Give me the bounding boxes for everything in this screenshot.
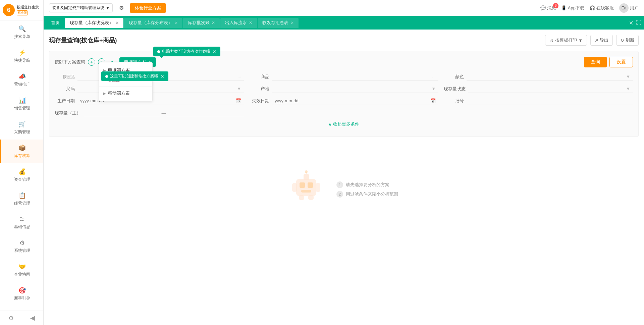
batch-field[interactable] bbox=[467, 97, 633, 105]
tab-label: 库存批次账 bbox=[188, 20, 210, 26]
inventory-main-to[interactable] bbox=[167, 109, 244, 117]
page-title: 现存量查询(按仓库+商品) bbox=[49, 36, 117, 44]
chevron-down-icon: ▼ bbox=[106, 6, 110, 10]
settings-button[interactable]: ⚙ bbox=[117, 3, 126, 13]
svg-rect-1 bbox=[300, 182, 305, 188]
app-download-label: App下载 bbox=[568, 5, 584, 11]
origin-select[interactable]: ▼ bbox=[272, 85, 438, 93]
query-button[interactable]: 查询 bbox=[584, 57, 607, 67]
tab-batch-account[interactable]: 库存批次账 ✕ bbox=[183, 18, 220, 28]
filter-item-product: 商品 ··· bbox=[249, 73, 438, 81]
handshake-icon: 🤝 bbox=[18, 263, 26, 270]
tab-home[interactable]: 首页 bbox=[46, 18, 64, 28]
topbar: 装备及固定资产辅助管理系统 ▼ ⚙ 体验行业方案 💬 消息 6 📱 App下载 … bbox=[44, 0, 644, 16]
sidebar-item-enterprise[interactable]: 🤝 企业协同 bbox=[0, 258, 43, 282]
close-icon[interactable]: ✕ bbox=[249, 20, 252, 25]
megaphone-icon: 📣 bbox=[18, 73, 26, 80]
product-select[interactable]: ··· bbox=[272, 73, 438, 81]
sidebar-item-inventory[interactable]: 📦 库存核算 bbox=[0, 140, 43, 163]
expiry-date-field[interactable] bbox=[275, 98, 429, 103]
sidebar-item-purchase[interactable]: 🛒 采购管理 bbox=[0, 116, 43, 140]
tab-inventory-dist[interactable]: 现存量（库存分布表） ✕ bbox=[124, 18, 182, 28]
sidebar: 6 畅通道好生意 标准版 🔍 搜索菜单 ⚡ 快捷导航 📣 营销推广 📊 销售管理 bbox=[0, 0, 44, 325]
chevron-down-size-icon: ▼ bbox=[237, 86, 241, 91]
clipboard-icon: 📋 bbox=[18, 192, 26, 199]
system-title: 装备及固定资产辅助管理系统 bbox=[52, 5, 104, 11]
system-selector[interactable]: 装备及固定资产辅助管理系统 ▼ bbox=[49, 3, 113, 12]
tooltip-close-btn[interactable]: ✕ bbox=[212, 49, 216, 54]
color-select[interactable]: ▼ bbox=[467, 73, 633, 81]
industry-btn[interactable]: 体验行业方案 bbox=[130, 3, 166, 13]
expiry-date-input[interactable]: 📅 bbox=[272, 97, 438, 105]
export-btn[interactable]: ↗ 导出 bbox=[590, 35, 613, 46]
close-icon[interactable]: ✕ bbox=[290, 20, 294, 25]
tab-fullscreen-btn[interactable]: ⛶ bbox=[636, 20, 641, 26]
chevron-down-invstatus-icon: ▼ bbox=[626, 86, 630, 91]
app-logo: 6 畅通道好生意 标准版 bbox=[0, 0, 43, 20]
chevron-up-icon: ∧ bbox=[328, 122, 332, 127]
logo-badge: 标准版 bbox=[17, 10, 28, 15]
inventory-main-from[interactable] bbox=[84, 109, 160, 117]
empty-steps: 1 请先选择要分析的方案 2 用过滤条件来缩小分析范围 bbox=[336, 181, 398, 198]
support-item[interactable]: 🎧 在线客服 bbox=[590, 5, 614, 11]
sidebar-item-sales[interactable]: 📊 销售管理 bbox=[0, 92, 43, 116]
close-icon[interactable]: ✕ bbox=[115, 20, 119, 25]
step-1-label: 请先选择要分析的方案 bbox=[346, 182, 389, 188]
refresh-btn[interactable]: ↻ 刷新 bbox=[616, 35, 639, 46]
settings-bottom-icon[interactable]: ⚙ bbox=[8, 314, 14, 322]
tooltip-close-btn2[interactable]: ✕ bbox=[160, 74, 164, 79]
svg-rect-4 bbox=[304, 174, 309, 180]
svg-rect-8 bbox=[316, 183, 320, 192]
user-label: 用户 bbox=[630, 5, 639, 11]
sidebar-item-search[interactable]: 🔍 搜索菜单 bbox=[0, 20, 43, 44]
range-dash: — bbox=[162, 111, 166, 116]
phone-icon: 📱 bbox=[561, 5, 567, 10]
tooltip-pc-to-mobile: 电脑方案可设为移动方案哦 ✕ bbox=[153, 47, 220, 56]
chevron-down-origin-icon: ▼ bbox=[431, 86, 436, 91]
box-icon: 📦 bbox=[18, 144, 26, 152]
notification-item[interactable]: 💬 消息 6 bbox=[540, 5, 556, 11]
app-download-item[interactable]: 📱 App下载 bbox=[561, 5, 584, 11]
refresh-icon: ↻ bbox=[621, 38, 624, 43]
step-num-2: 2 bbox=[336, 191, 343, 198]
close-icon[interactable]: ✕ bbox=[212, 20, 215, 25]
tab-close-all-btn[interactable]: ✕ bbox=[629, 20, 633, 26]
chevron-right-icon2: ▶ bbox=[103, 92, 106, 95]
sidebar-item-basic[interactable]: 🗂 基础信息 bbox=[0, 211, 43, 234]
tooltip-text: 电脑方案可设为移动方案哦 bbox=[162, 49, 210, 54]
sidebar-item-label: 销售管理 bbox=[14, 105, 30, 111]
svg-rect-7 bbox=[292, 183, 297, 192]
sidebar-item-operations[interactable]: 📋 经营管理 bbox=[0, 187, 43, 211]
sidebar-item-guide[interactable]: 🎯 新手引导 bbox=[0, 282, 43, 306]
tab-label: 现存量（库存状况表） bbox=[70, 20, 113, 26]
tab-inventory-status[interactable]: 现存量（库存状况表） ✕ bbox=[65, 18, 123, 28]
user-item[interactable]: Ea 用户 bbox=[619, 3, 639, 13]
print-btn[interactable]: 🖨 按模板打印 ▼ bbox=[545, 35, 587, 46]
home-label: 首页 bbox=[51, 20, 60, 26]
more-conditions-toggle[interactable]: ∧ 收起更多条件 bbox=[55, 117, 633, 131]
search-icon: 🔍 bbox=[18, 25, 26, 33]
schema-tree-item-mobile[interactable]: ▶ 移动端方案 bbox=[99, 88, 152, 98]
close-icon[interactable]: ✕ bbox=[174, 20, 178, 25]
filter-item-batch: 批号 bbox=[444, 97, 633, 105]
sidebar-item-system[interactable]: ⚙ 系统管理 bbox=[0, 234, 43, 258]
filter-add-button[interactable]: + bbox=[88, 58, 95, 66]
tab-recv-summary[interactable]: 收发存汇总表 ✕ bbox=[258, 18, 299, 28]
sidebar-item-finance[interactable]: 💰 资金管理 bbox=[0, 163, 43, 187]
sidebar-item-quicknav[interactable]: ⚡ 快捷导航 bbox=[0, 44, 43, 68]
inventory-status-label: 现存量状态 bbox=[444, 86, 466, 92]
expiry-date-label: 失效日期 bbox=[249, 98, 269, 104]
collapse-icon[interactable]: ◀ bbox=[30, 314, 35, 322]
sidebar-item-marketing[interactable]: 📣 营销推广 bbox=[0, 68, 43, 92]
headset-icon: 🎧 bbox=[590, 5, 595, 10]
tooltip-text2: 这里可以创建和修改方案哦 bbox=[110, 73, 158, 79]
reset-button[interactable]: 设置 bbox=[609, 57, 633, 67]
sidebar-item-label: 快捷导航 bbox=[14, 58, 30, 63]
lightning-icon: ⚡ bbox=[18, 49, 26, 56]
inventory-status-select[interactable]: ▼ bbox=[468, 85, 633, 93]
calendar-icon[interactable]: 📅 bbox=[236, 98, 241, 103]
calendar-icon2[interactable]: 📅 bbox=[430, 98, 436, 103]
user-avatar: Ea bbox=[619, 3, 629, 13]
inventory-main-label: 现存量（主） bbox=[55, 110, 81, 116]
tab-inout-flow[interactable]: 出入库流水 ✕ bbox=[220, 18, 257, 28]
